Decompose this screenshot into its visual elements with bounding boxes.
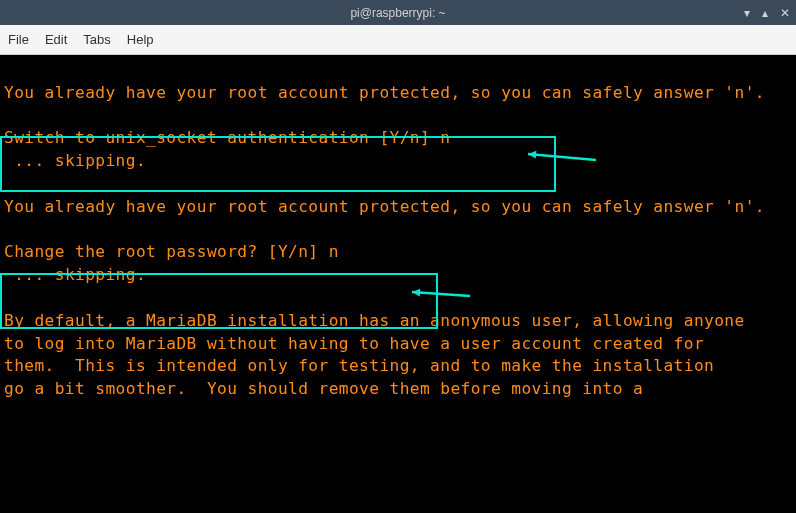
terminal-line — [4, 219, 792, 242]
terminal-output[interactable]: You already have your root account prote… — [0, 55, 796, 513]
terminal-line: ... skipping. — [4, 150, 792, 173]
window-controls: ▾ ▴ ✕ — [744, 0, 790, 25]
menu-tabs[interactable]: Tabs — [83, 32, 110, 47]
terminal-line: By default, a MariaDB installation has a… — [4, 310, 792, 333]
menu-bar: File Edit Tabs Help — [0, 25, 796, 55]
close-button[interactable]: ✕ — [780, 7, 790, 19]
terminal-line: ... skipping. — [4, 264, 792, 287]
maximize-button[interactable]: ▴ — [762, 7, 768, 19]
terminal-line — [4, 173, 792, 196]
terminal-line — [4, 105, 792, 128]
terminal-line: You already have your root account prote… — [4, 82, 792, 105]
window-title: pi@raspberrypi: ~ — [350, 6, 445, 20]
terminal-line: You already have your root account prote… — [4, 196, 792, 219]
terminal-line: go a bit smoother. You should remove the… — [4, 378, 792, 401]
terminal-line — [4, 287, 792, 310]
terminal-line: to log into MariaDB without having to ha… — [4, 333, 792, 356]
menu-help[interactable]: Help — [127, 32, 154, 47]
window-titlebar: pi@raspberrypi: ~ ▾ ▴ ✕ — [0, 0, 796, 25]
terminal-line — [4, 59, 792, 82]
terminal-line: them. This is intended only for testing,… — [4, 355, 792, 378]
terminal-line: Switch to unix_socket authentication [Y/… — [4, 127, 792, 150]
minimize-button[interactable]: ▾ — [744, 7, 750, 19]
menu-edit[interactable]: Edit — [45, 32, 67, 47]
menu-file[interactable]: File — [8, 32, 29, 47]
terminal-line: Change the root password? [Y/n] n — [4, 241, 792, 264]
